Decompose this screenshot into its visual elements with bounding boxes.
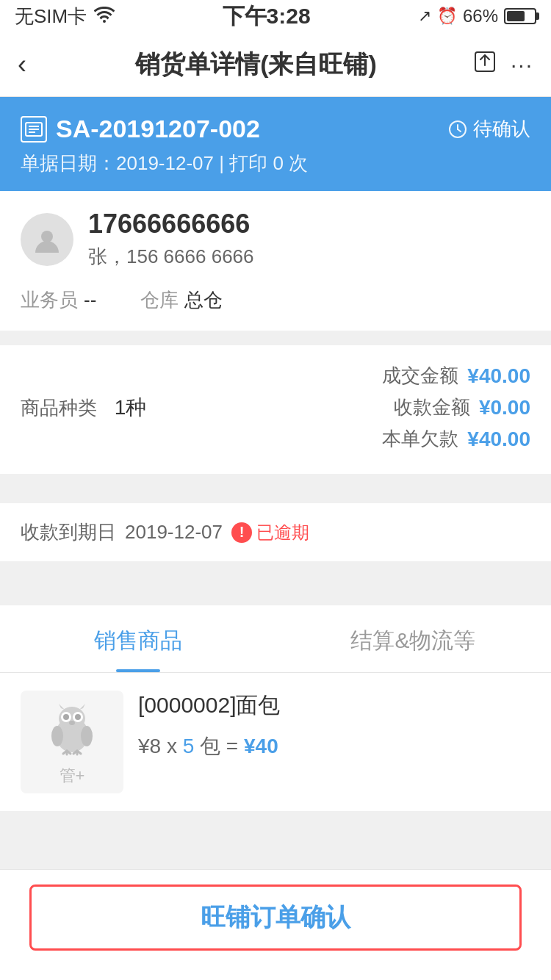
tabs-section: 销售商品 结算&物流等 [0,605,551,811]
svg-point-13 [63,714,69,720]
product-info: [0000002]面包 ¥8 x 5 包 = ¥40 [138,691,530,793]
location-icon: ↗ [418,7,431,26]
due-date-value: 2019-12-07 [125,521,223,544]
svg-point-8 [41,231,53,242]
confirm-order-button[interactable]: 旺铺订单确认 [29,884,522,951]
unit-price: ¥8 [138,735,161,757]
staff-value: -- [84,289,96,311]
product-image: 管+ [21,691,123,793]
customer-name: 张，156 6666 6666 [88,244,254,270]
alarm-icon: ⏰ [437,7,457,26]
equals-symbol: = [226,735,244,757]
brand-label: 管+ [43,765,101,787]
status-left: 无SIM卡 [15,4,115,29]
status-time: 下午3:28 [223,1,311,32]
overdue-icon: ! [231,522,252,543]
product-owl-icon: 管+ [43,698,101,787]
back-button[interactable]: ‹ [18,49,38,80]
status-bar: 无SIM卡 下午3:28 ↗ ⏰ 66% [0,0,551,32]
customer-section: 17666666666 张，156 6666 6666 业务员 -- 仓库 总仓 [0,191,551,331]
due-date-label: 收款到期日 [21,519,116,545]
svg-point-15 [69,721,75,725]
wifi-icon [94,5,115,28]
overdue-badge: ! 已逾期 [231,521,309,544]
due-value: ¥40.00 [467,428,530,451]
gap-2 [0,489,551,503]
order-header: SA-20191207-002 待确认 单据日期：2019-12-07 | 打印… [0,97,551,191]
received-label: 收款金额 [394,394,470,420]
svg-point-14 [75,714,81,720]
more-icon[interactable]: ··· [511,52,533,77]
product-types-value: 1种 [115,396,147,419]
svg-point-16 [51,726,63,746]
avatar [21,213,73,266]
gap-3 [0,576,551,591]
customer-phone: 17666666666 [88,209,254,239]
carrier-label: 无SIM卡 [15,4,87,29]
invoice-icon [21,116,47,143]
order-status: 待确认 [448,116,530,142]
due-date-section: 收款到期日 2019-12-07 ! 已逾期 [0,503,551,561]
warehouse-value: 总仓 [184,287,223,313]
product-name: [0000002]面包 [138,691,530,721]
received-value: ¥0.00 [479,396,530,419]
customer-meta: 业务员 -- 仓库 总仓 [21,281,530,313]
status-text: 待确认 [473,116,530,142]
warehouse-label: 仓库 [140,287,179,313]
bottom-bar: 旺铺订单确认 [0,869,551,980]
due-label: 本单欠款 [382,426,458,452]
overdue-text: 已逾期 [256,521,309,544]
staff-label: 业务员 [21,287,78,313]
status-right: ↗ ⏰ 66% [418,6,536,26]
deal-amount-value: ¥40.00 [467,364,530,388]
deal-amount-label: 成交金额 [382,363,458,389]
svg-line-7 [458,129,461,131]
share-icon[interactable] [474,51,496,78]
multiply-symbol: x [167,735,183,757]
nav-actions: ··· [474,51,533,78]
tab-settlement[interactable]: 结算&物流等 [276,605,551,672]
summary-section: 商品种类 1种 成交金额 ¥40.00 收款金额 ¥0.00 本单欠款 ¥40.… [0,345,551,474]
product-total: ¥40 [244,735,278,757]
page-title: 销货单详情(来自旺铺) [38,48,474,82]
order-date: 单据日期：2019-12-07 | 打印 0 次 [21,151,530,176]
tab-products[interactable]: 销售商品 [0,605,276,672]
battery-label: 66% [463,6,498,26]
product-types-label: 商品种类 [21,397,97,419]
product-item: 管+ [0000002]面包 ¥8 x 5 包 = ¥40 [0,673,551,811]
product-price: ¥8 x 5 包 = ¥40 [138,732,530,760]
svg-point-17 [81,726,93,746]
battery-indicator [504,8,536,24]
product-qty: 5 [183,735,195,757]
order-id: SA-20191207-002 [21,115,260,143]
qty-unit: 包 [200,735,220,757]
customer-info: 17666666666 张，156 6666 6666 [88,209,254,270]
gap-1 [0,331,551,345]
tabs-row: 销售商品 结算&物流等 [0,605,551,673]
nav-bar: ‹ 销货单详情(来自旺铺) ··· [0,32,551,97]
